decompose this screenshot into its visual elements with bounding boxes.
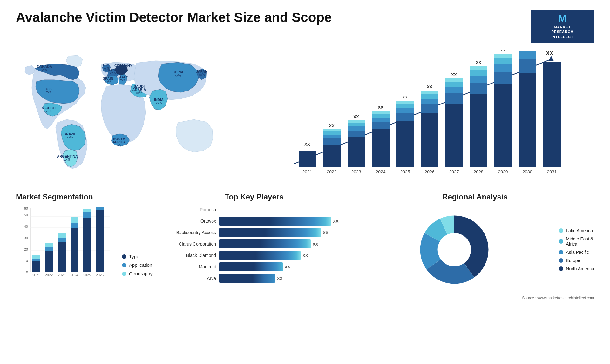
svg-rect-119 bbox=[83, 209, 91, 212]
svg-rect-108 bbox=[45, 251, 53, 272]
svg-text:XX: XX bbox=[427, 84, 432, 89]
svg-rect-60 bbox=[445, 87, 463, 93]
ortovox-bar bbox=[219, 217, 331, 226]
svg-text:30: 30 bbox=[24, 236, 28, 240]
svg-rect-32 bbox=[323, 129, 341, 131]
svg-rect-36 bbox=[348, 126, 365, 131]
player-row: Pomoca bbox=[162, 205, 346, 214]
legend-application: Application bbox=[122, 262, 152, 268]
backcountry-bar bbox=[219, 228, 321, 237]
player-row-ortovox: Ortovox XX bbox=[162, 217, 346, 226]
svg-text:xx%: xx% bbox=[116, 144, 122, 147]
source-text: Source : www.marketresearchintellect.com bbox=[356, 296, 594, 300]
arva-value: XX bbox=[277, 276, 282, 281]
svg-rect-74 bbox=[494, 54, 512, 58]
reg-dot-eu bbox=[559, 258, 563, 263]
svg-rect-67 bbox=[470, 70, 487, 76]
svg-text:xx%: xx% bbox=[120, 78, 126, 82]
svg-rect-55 bbox=[421, 94, 438, 99]
logo: M MARKET RESEARCH INTELLECT bbox=[531, 10, 594, 43]
legend-geo-dot bbox=[122, 272, 126, 276]
svg-text:xx%: xx% bbox=[110, 71, 116, 75]
svg-rect-113 bbox=[58, 233, 66, 238]
player-row-backcountry: Backcountry Access XX bbox=[162, 228, 346, 237]
svg-text:2025: 2025 bbox=[83, 273, 91, 277]
svg-rect-56 bbox=[421, 91, 438, 94]
svg-rect-62 bbox=[445, 78, 463, 82]
svg-rect-65 bbox=[470, 83, 487, 94]
svg-rect-42 bbox=[372, 118, 390, 122]
svg-text:0: 0 bbox=[26, 270, 28, 274]
svg-rect-53 bbox=[421, 104, 438, 113]
svg-text:2021: 2021 bbox=[302, 169, 312, 174]
header: Avalanche Victim Detector Market Size an… bbox=[16, 10, 594, 43]
svg-rect-106 bbox=[32, 259, 40, 261]
svg-rect-46 bbox=[396, 121, 414, 167]
player-bar-container: XX bbox=[219, 274, 346, 283]
svg-rect-77 bbox=[519, 59, 536, 73]
page: Avalanche Victim Detector Market Size an… bbox=[0, 0, 610, 364]
svg-rect-40 bbox=[372, 129, 390, 167]
svg-rect-79 bbox=[543, 62, 561, 167]
svg-rect-28 bbox=[323, 145, 341, 167]
player-row-blackdiamond: Black Diamond XX bbox=[162, 251, 346, 260]
seg-legend: Type Application Geography bbox=[122, 254, 152, 286]
svg-rect-34 bbox=[348, 137, 365, 167]
svg-rect-105 bbox=[32, 261, 40, 272]
segmentation-section: Market Segmentation 0 10 20 30 bbox=[16, 192, 152, 300]
arva-bar bbox=[219, 274, 275, 283]
page-title: Avalanche Victim Detector Market Size an… bbox=[16, 10, 332, 25]
svg-text:2027: 2027 bbox=[449, 169, 459, 174]
player-row-arva: Arva XX bbox=[162, 274, 346, 283]
svg-rect-47 bbox=[396, 113, 414, 121]
legend-type: Type bbox=[122, 254, 152, 259]
player-name: Pomoca bbox=[162, 207, 216, 212]
player-bar-container: XX bbox=[219, 228, 346, 237]
svg-text:XX: XX bbox=[329, 123, 335, 128]
svg-rect-114 bbox=[71, 228, 78, 272]
main-grid: CANADA xx% U.S. xx% MEXICO xx% BRAZIL xx… bbox=[16, 50, 594, 300]
svg-text:2022: 2022 bbox=[327, 169, 336, 174]
svg-text:2021: 2021 bbox=[32, 273, 40, 277]
legend-type-dot bbox=[122, 254, 126, 259]
svg-text:40: 40 bbox=[24, 225, 28, 228]
svg-text:10: 10 bbox=[24, 259, 28, 263]
svg-text:50: 50 bbox=[24, 213, 28, 217]
seg-container: 0 10 20 30 40 50 60 bbox=[16, 205, 152, 286]
reg-label-eu: Europe bbox=[566, 258, 580, 263]
svg-text:60: 60 bbox=[24, 206, 28, 210]
svg-text:xx%: xx% bbox=[64, 158, 71, 161]
donut-area bbox=[356, 205, 552, 294]
bar-chart-area: XX XX bbox=[235, 50, 594, 186]
legend-geo-label: Geography bbox=[129, 271, 152, 276]
regional-container: Latin America Middle East &Africa Asia P… bbox=[356, 205, 594, 294]
player-bar-container: XX bbox=[219, 251, 346, 260]
svg-rect-41 bbox=[372, 122, 390, 129]
svg-text:xx%: xx% bbox=[67, 136, 73, 139]
mammut-value: XX bbox=[285, 265, 290, 269]
svg-rect-59 bbox=[445, 93, 463, 104]
svg-rect-66 bbox=[470, 76, 487, 83]
reg-legend-la: Latin America bbox=[559, 228, 594, 233]
svg-text:2031: 2031 bbox=[547, 169, 557, 174]
logo-initial: M bbox=[558, 13, 567, 24]
reg-legend-ap: Asia Pacific bbox=[559, 250, 594, 255]
svg-rect-73 bbox=[494, 58, 512, 64]
clarus-bar bbox=[219, 239, 311, 248]
reg-dot-la bbox=[559, 228, 563, 233]
svg-rect-50 bbox=[396, 101, 414, 104]
svg-text:2030: 2030 bbox=[522, 169, 532, 174]
svg-text:XX: XX bbox=[402, 95, 408, 99]
svg-rect-107 bbox=[32, 255, 40, 259]
players-section: Top Key Players Pomoca Ortovox XX Bac bbox=[159, 192, 349, 300]
bar-chart-container: XX XX bbox=[241, 50, 594, 183]
svg-text:xx%: xx% bbox=[136, 91, 142, 95]
svg-rect-43 bbox=[372, 114, 390, 118]
mammut-bar bbox=[219, 262, 283, 271]
player-bar-container: XX bbox=[219, 239, 346, 248]
reg-legend-mea: Middle East &Africa bbox=[559, 236, 594, 246]
svg-text:xx%: xx% bbox=[120, 67, 126, 71]
reg-dot-na bbox=[559, 266, 563, 271]
svg-rect-64 bbox=[470, 94, 487, 167]
blackdiamond-bar bbox=[219, 251, 301, 260]
